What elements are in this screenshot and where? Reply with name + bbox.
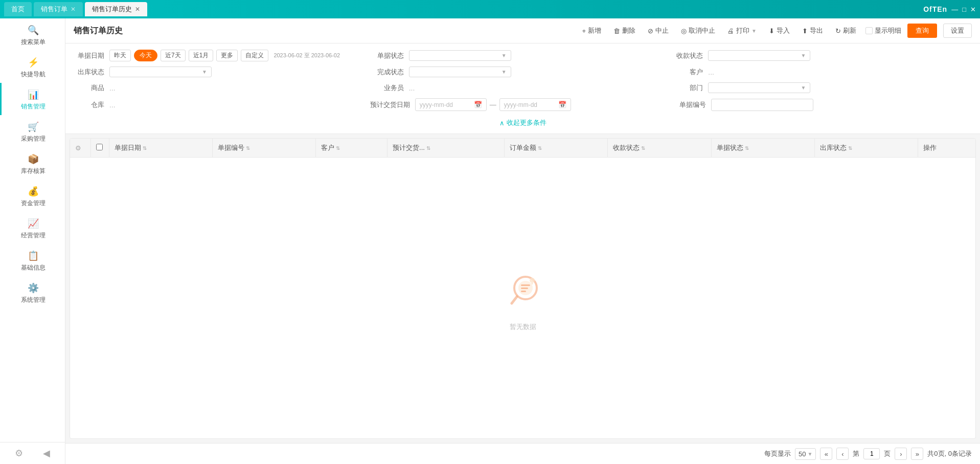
date-btn-1month[interactable]: 近1月 <box>189 50 214 61</box>
product-label: 商品 <box>74 83 109 93</box>
sidebar-item-quick-nav[interactable]: ⚡ 快捷导航 <box>0 51 65 83</box>
tab-sales-order-history[interactable]: 销售订单历史 ✕ <box>85 2 147 16</box>
print-button[interactable]: 🖨 打印 ▼ <box>724 24 760 37</box>
page-title: 销售订单历史 <box>74 26 123 36</box>
page-size-dropdown-icon: ▼ <box>807 451 812 457</box>
dept-field: ▼ <box>708 82 972 93</box>
delete-button[interactable]: 🗑 删除 <box>610 24 639 37</box>
salesperson-picker[interactable]: ... <box>409 84 415 92</box>
date-btn-today[interactable]: 今天 <box>134 50 157 61</box>
minimize-button[interactable]: — <box>951 6 958 13</box>
th-customer: 客户 ⇅ <box>316 139 388 158</box>
table-area: ⚙ 单据日期 ⇅ <box>70 138 976 439</box>
page-size-select[interactable]: 50 ▼ <box>795 448 816 460</box>
sort-customer-icon[interactable]: ⇅ <box>336 145 340 151</box>
sidebar-settings-icon[interactable]: ⚙ <box>15 448 23 459</box>
import-button[interactable]: ⬇ 导入 <box>766 24 793 37</box>
refresh-icon: ↻ <box>835 27 841 35</box>
query-button[interactable]: 查询 <box>907 24 937 38</box>
sidebar-item-sales[interactable]: 📊 销售管理 <box>0 83 65 115</box>
checkbox-icon <box>865 27 873 34</box>
sidebar-collapse-icon[interactable]: ◀ <box>43 448 50 459</box>
complete-status-label: 完成状态 <box>373 68 409 77</box>
sidebar-item-capital[interactable]: 💰 资金管理 <box>0 180 65 212</box>
empty-area: 暂无数据 <box>70 158 975 438</box>
maximize-button[interactable]: □ <box>962 6 966 13</box>
dept-select[interactable]: ▼ <box>708 82 810 93</box>
th-date: 单据日期 ⇅ <box>109 139 212 158</box>
filter-row-3: 商品 ... 业务员 ... 部门 ▼ <box>74 82 972 93</box>
collapse-bar[interactable]: ∧ 收起更多条件 <box>74 116 972 127</box>
date-btn-custom[interactable]: 自定义 <box>241 50 268 61</box>
top-bar: 首页 销售订单 ✕ 销售订单历史 ✕ OfTEn — □ ✕ <box>0 0 980 18</box>
filter-row-4: 仓库 ... 预计交货日期 yyyy-mm-dd 📅 — yyyy-mm-dd … <box>74 98 972 111</box>
table-header-row: ⚙ 单据日期 ⇅ <box>70 139 975 158</box>
close-window-button[interactable]: ✕ <box>970 6 976 13</box>
data-table: ⚙ 单据日期 ⇅ <box>70 139 975 158</box>
th-checkbox <box>90 139 109 158</box>
delete-icon: 🗑 <box>613 27 620 35</box>
sort-payment-icon[interactable]: ⇅ <box>641 145 645 151</box>
sort-amount-icon[interactable]: ⇅ <box>538 145 542 151</box>
stop-button[interactable]: ⊘ 中止 <box>645 24 672 37</box>
current-page-input[interactable] <box>863 448 880 459</box>
calendar-to-icon[interactable]: 📅 <box>558 101 566 108</box>
close-tab-sales-order-history[interactable]: ✕ <box>135 6 140 13</box>
select-all-checkbox[interactable] <box>96 144 103 150</box>
tab-home[interactable]: 首页 <box>4 2 32 16</box>
bill-no-input[interactable] <box>711 99 813 111</box>
date-label: 单据日期 <box>74 51 109 60</box>
product-picker[interactable]: ... <box>109 84 116 92</box>
purchase-icon: 🛒 <box>28 121 39 132</box>
table-settings-gear[interactable]: ⚙ <box>75 144 81 152</box>
sidebar-item-base[interactable]: 📋 基础信息 <box>0 244 65 276</box>
complete-status-field: ▼ <box>409 67 673 77</box>
export-button[interactable]: ⬆ 导出 <box>799 24 826 37</box>
sort-bill-no-icon[interactable]: ⇅ <box>246 145 250 151</box>
last-page-button[interactable]: » <box>911 448 923 460</box>
show-detail-checkbox[interactable]: 显示明细 <box>865 26 901 35</box>
operation-icon: 📈 <box>28 218 39 229</box>
svg-point-6 <box>530 278 535 283</box>
bill-status-select[interactable]: ▼ <box>409 50 511 61</box>
prev-page-button[interactable]: ‹ <box>836 448 849 460</box>
expected-date-label: 预计交货日期 <box>370 100 415 109</box>
tab-sales-order[interactable]: 销售订单 ✕ <box>34 2 83 16</box>
delivery-status-select[interactable]: ▼ <box>109 67 212 77</box>
sidebar-item-search[interactable]: 🔍 搜索菜单 <box>0 18 65 51</box>
setting-button[interactable]: 设置 <box>943 24 972 38</box>
customer-picker[interactable]: ... <box>708 68 714 76</box>
export-icon: ⬆ <box>802 27 808 35</box>
sidebar-item-system[interactable]: ⚙️ 系统管理 <box>0 276 65 308</box>
sort-delivery-status-icon[interactable]: ⇅ <box>848 145 852 151</box>
date-btn-yesterday[interactable]: 昨天 <box>109 50 131 61</box>
date-range-text: 2023-06-02 至 2023-06-02 <box>274 52 340 59</box>
calendar-from-icon[interactable]: 📅 <box>474 101 482 108</box>
cancel-stop-button[interactable]: ◎ 取消中止 <box>678 24 718 37</box>
close-tab-sales-order[interactable]: ✕ <box>71 6 76 13</box>
sidebar-item-inventory[interactable]: 📦 库存核算 <box>0 147 65 180</box>
complete-status-select[interactable]: ▼ <box>409 67 511 77</box>
warehouse-picker[interactable]: ... <box>109 101 116 109</box>
dept-dropdown-icon: ▼ <box>801 85 806 91</box>
salesperson-field: ... <box>409 84 673 92</box>
print-dropdown-icon: ▼ <box>751 28 757 34</box>
th-gear: ⚙ <box>70 139 90 158</box>
date-btn-more[interactable]: 更多 <box>216 50 238 61</box>
bill-no-field <box>711 99 972 111</box>
sidebar-item-operation[interactable]: 📈 经营管理 <box>0 212 65 244</box>
date-btn-7days[interactable]: 近7天 <box>161 50 186 61</box>
cancel-stop-icon: ◎ <box>681 27 687 35</box>
next-page-button[interactable]: › <box>895 448 907 460</box>
refresh-button[interactable]: ↻ 刷新 <box>832 24 859 37</box>
page-size-value: 50 <box>799 450 806 458</box>
payment-status-select[interactable]: ▼ <box>708 50 810 61</box>
complete-dropdown-icon: ▼ <box>502 69 507 75</box>
first-page-button[interactable]: « <box>820 448 832 460</box>
content-area: 销售订单历史 + 新增 🗑 删除 ⊘ 中止 ◎ 取消中止 <box>65 18 980 464</box>
sort-date-icon[interactable]: ⇅ <box>143 145 147 151</box>
sort-delivery-icon[interactable]: ⇅ <box>426 145 430 151</box>
new-button[interactable]: + 新增 <box>579 24 605 37</box>
sidebar-item-purchase[interactable]: 🛒 采购管理 <box>0 115 65 147</box>
sort-bill-status-icon[interactable]: ⇅ <box>745 145 749 151</box>
